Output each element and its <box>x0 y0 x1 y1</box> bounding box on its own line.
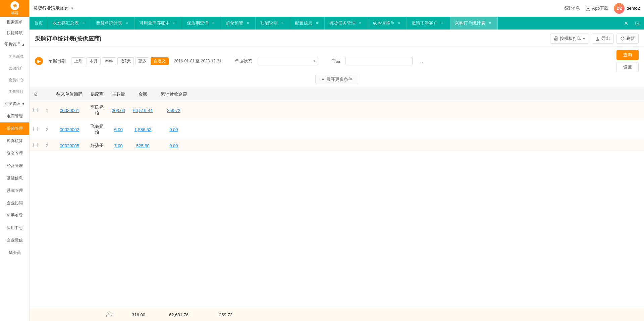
row-unit-code[interactable]: 00020001 <box>52 101 87 120</box>
print-icon <box>554 36 558 41</box>
tabbar: 首页 收发存汇总表 × 要货单统计表 × 可用量库存账本 × 保质期查询 × 超… <box>30 17 644 30</box>
tab-close-cost-adjust[interactable]: × <box>396 20 402 26</box>
sidebar-item-retail-shop[interactable]: 零售商城 <box>0 51 29 62</box>
row-amount[interactable]: 525.80 <box>129 139 157 152</box>
tab-config[interactable]: 配置信息 × <box>290 17 325 30</box>
chevron-down-icon: ▼ <box>22 102 25 106</box>
row-unit-code[interactable]: 00020002 <box>52 120 87 139</box>
date-btn-this-year[interactable]: 本年 <box>102 57 116 65</box>
tab-close-order-stat[interactable]: × <box>124 20 129 26</box>
row-index: 3 <box>42 139 52 152</box>
tab-send-receive[interactable]: 收发存汇总表 × <box>48 17 91 30</box>
sidebar-item-guide[interactable]: 新手引导 <box>0 209 29 222</box>
export-button[interactable]: 导出 <box>592 34 614 44</box>
tab-close-pick-task[interactable]: × <box>358 20 363 26</box>
tab-order-stat[interactable]: 要货单统计表 × <box>91 17 135 30</box>
tab-close-help[interactable]: × <box>280 20 285 26</box>
tab-overstock[interactable]: 超储预警 × <box>221 17 256 30</box>
row-quantity[interactable]: 6.00 <box>108 120 129 139</box>
sidebar-item-search[interactable]: 搜索菜单 <box>0 17 29 28</box>
row-quantity[interactable]: 7.00 <box>108 139 129 152</box>
settings-button[interactable]: 设置 <box>616 62 639 72</box>
main-content: 母婴行业演示账套 ▾ 消息 App下载 D2 dem <box>30 0 644 321</box>
tab-close-config[interactable]: × <box>314 20 320 26</box>
col-settings[interactable]: ⚙ <box>30 88 42 101</box>
print-button[interactable]: 按模板打印 ▾ <box>550 34 589 44</box>
col-quantity: 主数量 <box>108 88 129 101</box>
user-menu[interactable]: D2 demo2 <box>614 3 640 14</box>
avatar: D2 <box>614 3 625 14</box>
sidebar-item-inventory[interactable]: 库存核算 <box>0 135 29 147</box>
row-amount[interactable]: 1,586.52 <box>129 120 157 139</box>
row-checkbox-cell[interactable] <box>30 101 42 120</box>
sidebar-item-purchase[interactable]: 采购管理 <box>0 122 29 135</box>
tab-invite[interactable]: 邀请下游客户 × <box>407 17 450 30</box>
sidebar-item-shortcut[interactable]: 快捷导航 <box>0 28 29 38</box>
query-button[interactable]: 查询 <box>616 50 639 60</box>
tab-close-purchase-stat[interactable]: × <box>487 20 493 26</box>
workspace-dropdown-icon[interactable]: ▾ <box>71 6 73 11</box>
sidebar-item-retail[interactable]: 零售管理 ▲ <box>0 38 29 51</box>
date-btn-this-month[interactable]: 本月 <box>87 57 101 65</box>
tab-home[interactable]: 首页 <box>30 17 48 30</box>
footer-amount: 62,631.76 <box>159 312 199 317</box>
col-unit-code: 往来单位编码 <box>52 88 87 101</box>
tab-pick-task[interactable]: 拣货任务管理 × <box>325 17 368 30</box>
print-dropdown-icon[interactable]: ▾ <box>583 36 585 41</box>
export-icon <box>595 36 600 41</box>
tab-help[interactable]: 功能说明 × <box>256 17 290 30</box>
sidebar-item-wechat[interactable]: 企业微信 <box>0 234 29 247</box>
sidebar-item-basic[interactable]: 基础信息 <box>0 172 29 184</box>
goods-input[interactable] <box>345 57 413 65</box>
column-settings-icon[interactable]: ⚙ <box>34 92 38 97</box>
row-checkbox-cell[interactable] <box>30 120 42 139</box>
row-checkbox-cell[interactable] <box>30 139 42 152</box>
row-paid[interactable]: 0.00 <box>157 120 191 139</box>
sidebar-item-finance[interactable]: 资金管理 <box>0 147 29 160</box>
sidebar-item-app-center[interactable]: 应用中心 <box>0 222 29 234</box>
expand-conditions-btn[interactable]: 展开更多条件 <box>315 75 358 84</box>
tab-cost-adjust[interactable]: 成本调整单 × <box>368 17 407 30</box>
tab-close-all-btn[interactable]: ✕ <box>622 19 630 27</box>
date-btn-custom[interactable]: 自定义 <box>151 57 169 65</box>
filter-toggle-btn[interactable]: ▶ <box>35 57 43 65</box>
sidebar-item-enterprise[interactable]: 企业协同 <box>0 197 29 209</box>
refresh-button[interactable]: 刷新 <box>616 34 639 44</box>
row-unit-code[interactable]: 00020005 <box>52 139 87 152</box>
tab-close-send-receive[interactable]: × <box>81 20 86 26</box>
sidebar-item-member[interactable]: 会员中心 <box>0 74 29 86</box>
tab-maximize-btn[interactable]: ⊡ <box>633 19 641 27</box>
sidebar-item-marketing[interactable]: 营销推广 <box>0 62 29 74</box>
row-amount[interactable]: 60,519.44 <box>129 101 157 120</box>
row-checkbox[interactable] <box>34 127 38 131</box>
status-select[interactable] <box>258 57 318 65</box>
row-paid[interactable]: 259.72 <box>157 101 191 120</box>
row-checkbox[interactable] <box>34 108 38 112</box>
tab-close-expiry[interactable]: × <box>211 20 216 26</box>
goods-more-icon[interactable]: … <box>418 58 423 64</box>
col-supplier: 供应商 <box>87 88 108 101</box>
tab-close-invite[interactable]: × <box>440 20 445 26</box>
date-btn-last-7[interactable]: 近7天 <box>117 57 134 65</box>
message-btn[interactable]: 消息 <box>565 5 580 11</box>
sidebar-item-operation[interactable]: 经营管理 <box>0 160 29 172</box>
sidebar-item-retail-stat[interactable]: 零售统计 <box>0 86 29 98</box>
sidebar-item-system[interactable]: 系统管理 <box>0 184 29 197</box>
row-extra <box>191 101 644 120</box>
sidebar-item-vip[interactable]: 畅会员 <box>0 247 29 259</box>
app-download-btn[interactable]: App下载 <box>585 5 608 11</box>
data-table: ⚙ 往来单位编码 供应商 主数量 金额 累计付款金额 1 00020001 惠氏… <box>30 88 644 152</box>
tab-purchase-stat[interactable]: 采购订单统计表 × <box>450 17 498 30</box>
row-quantity[interactable]: 303.00 <box>108 101 129 120</box>
row-checkbox[interactable] <box>34 143 38 147</box>
date-btn-more[interactable]: 更多 <box>135 57 149 65</box>
row-paid[interactable]: 0.00 <box>157 139 191 152</box>
tab-close-available-stock[interactable]: × <box>172 20 177 26</box>
sidebar-item-ecommerce[interactable]: 电商管理 <box>0 110 29 122</box>
date-btn-last-month[interactable]: 上月 <box>71 57 85 65</box>
tab-expiry[interactable]: 保质期查询 × <box>182 17 221 30</box>
tab-close-overstock[interactable]: × <box>245 20 251 26</box>
tab-available-stock[interactable]: 可用量库存账本 × <box>135 17 182 30</box>
sidebar-item-wholesale[interactable]: 批发管理 ▼ <box>0 98 29 110</box>
svg-text:畅: 畅 <box>13 4 16 8</box>
